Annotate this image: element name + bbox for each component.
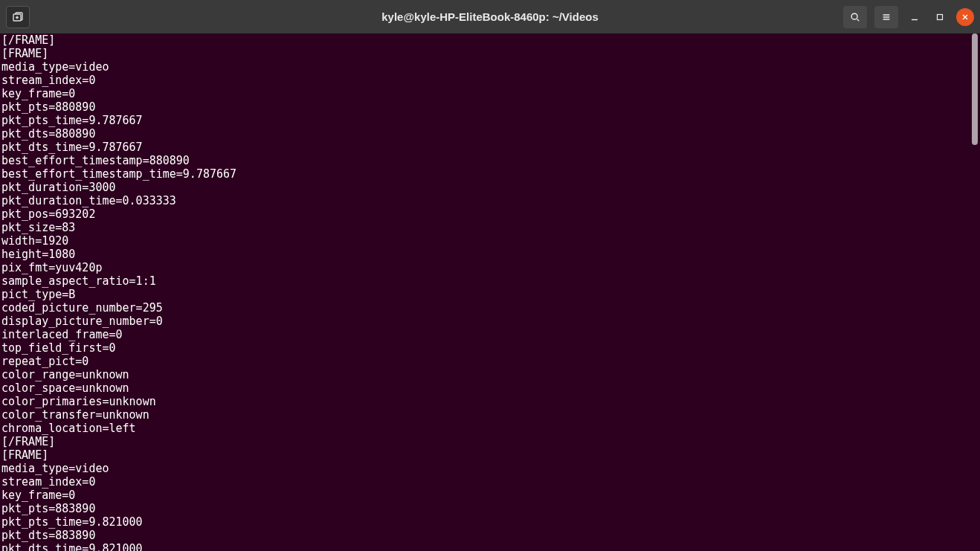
terminal-line: stream_index=0 — [1, 74, 979, 87]
terminal-line: color_range=unknown — [1, 368, 979, 381]
header-controls — [843, 6, 974, 28]
terminal-line: best_effort_timestamp=880890 — [1, 154, 979, 167]
terminal-line: chroma_location=left — [1, 422, 979, 435]
terminal-line: pkt_duration=3000 — [1, 181, 979, 194]
terminal-line: pict_type=B — [1, 288, 979, 301]
terminal-line: color_transfer=unknown — [1, 408, 979, 422]
terminal-line: key_frame=0 — [1, 87, 979, 100]
terminal-line: width=1920 — [1, 234, 979, 248]
titlebar: kyle@kyle-HP-EliteBook-8460p: ~/Videos — [0, 0, 980, 33]
terminal-line: pkt_pts_time=9.821000 — [1, 515, 979, 529]
terminal-line: height=1080 — [1, 248, 979, 261]
terminal-line: media_type=video — [1, 60, 979, 74]
terminal-output[interactable]: [/FRAME][FRAME]media_type=videostream_in… — [0, 33, 980, 551]
terminal-line: coded_picture_number=295 — [1, 301, 979, 315]
terminal-line: pkt_duration_time=0.033333 — [1, 194, 979, 207]
scrollbar-thumb[interactable] — [972, 33, 978, 145]
svg-point-1 — [851, 13, 857, 19]
terminal-line: pkt_pts=883890 — [1, 502, 979, 515]
menu-button[interactable] — [874, 6, 898, 28]
terminal-line: color_primaries=unknown — [1, 395, 979, 408]
terminal-line: pkt_dts=883890 — [1, 529, 979, 542]
terminal-line: top_field_first=0 — [1, 341, 979, 355]
terminal-line: stream_index=0 — [1, 475, 979, 489]
terminal-line: [/FRAME] — [1, 33, 979, 47]
terminal-line: pkt_pts_time=9.787667 — [1, 114, 979, 127]
terminal-line: media_type=video — [1, 462, 979, 475]
terminal-line: best_effort_timestamp_time=9.787667 — [1, 167, 979, 181]
terminal-line: [/FRAME] — [1, 435, 979, 448]
svg-rect-2 — [938, 14, 943, 19]
terminal-line: pix_fmt=yuv420p — [1, 261, 979, 274]
maximize-button[interactable] — [931, 8, 949, 26]
terminal-line: pkt_dts_time=9.821000 — [1, 542, 979, 551]
terminal-line: pkt_size=83 — [1, 221, 979, 234]
terminal-line: [FRAME] — [1, 47, 979, 60]
minimize-button[interactable] — [906, 8, 923, 26]
terminal-line: repeat_pict=0 — [1, 355, 979, 368]
window-title: kyle@kyle-HP-EliteBook-8460p: ~/Videos — [381, 10, 599, 23]
close-button[interactable] — [956, 8, 974, 26]
terminal-line: pkt_pts=880890 — [1, 100, 979, 114]
terminal-line: sample_aspect_ratio=1:1 — [1, 274, 979, 288]
terminal-line: pkt_dts=880890 — [1, 127, 979, 141]
terminal-line: display_picture_number=0 — [1, 315, 979, 328]
new-tab-button[interactable] — [6, 6, 30, 28]
terminal-line: pkt_pos=693202 — [1, 207, 979, 221]
terminal-line: interlaced_frame=0 — [1, 328, 979, 341]
terminal-line: [FRAME] — [1, 448, 979, 462]
search-button[interactable] — [843, 6, 867, 28]
terminal-line: pkt_dts_time=9.787667 — [1, 141, 979, 154]
terminal-line: color_space=unknown — [1, 381, 979, 395]
terminal-line: key_frame=0 — [1, 489, 979, 502]
